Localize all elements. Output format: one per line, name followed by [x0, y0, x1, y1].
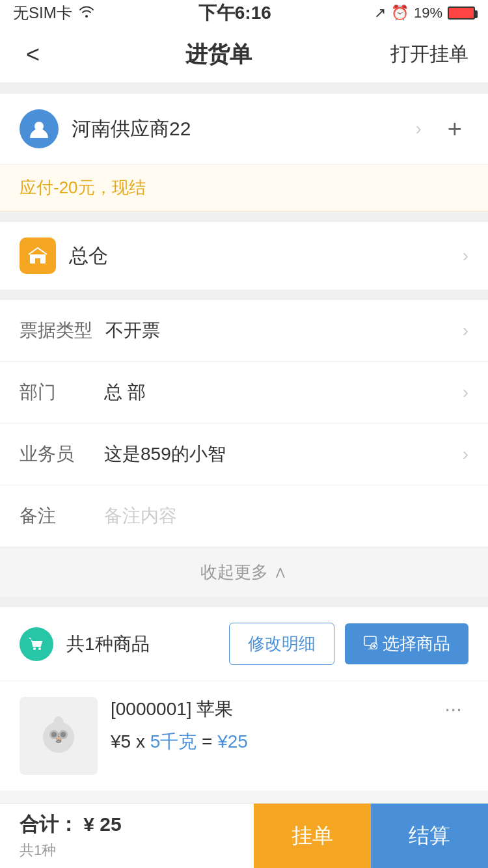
add-supplier-button[interactable]: +	[441, 115, 468, 143]
product-price: ¥5 x 5千克 = ¥25	[111, 729, 438, 754]
location-icon: ↗	[374, 5, 386, 21]
battery-icon	[448, 7, 475, 20]
form-section: 票据类型 不开票 › 部门 总 部 › 业务员 这是859的小智 › 备注 备注…	[0, 300, 488, 597]
svg-rect-2	[35, 258, 40, 264]
status-bar: 无SIM卡 下午6:16 ↗ ⏰ 19%	[0, 0, 488, 26]
supplier-avatar	[20, 109, 59, 148]
product-section: 共1种商品 修改明细 选择商品 🦉	[0, 607, 488, 791]
svg-point-17	[61, 732, 66, 737]
product-info: [0000001] 苹果 ¥5 x 5千克 = ¥25	[111, 697, 438, 754]
battery-percent: 19%	[414, 5, 442, 21]
invoice-arrow-icon: ›	[463, 320, 468, 341]
product-thumbnail: 🦉	[20, 697, 98, 775]
back-button[interactable]: <	[20, 34, 46, 75]
supplier-section: 河南供应商22 › + 应付-20元，现结	[0, 94, 488, 211]
page-title: 进货单	[185, 40, 252, 70]
warehouse-arrow-icon: ›	[463, 245, 468, 266]
product-more-button[interactable]: ···	[438, 697, 468, 721]
remark-input[interactable]: 备注内容	[104, 504, 468, 528]
total-price: ¥25	[217, 731, 248, 752]
collapse-label: 收起更多 ∧	[200, 561, 287, 584]
supplier-arrow-icon: ›	[415, 118, 421, 139]
section-gap-3	[0, 290, 488, 300]
invoice-row[interactable]: 票据类型 不开票 ›	[0, 300, 488, 362]
nav-bar: < 进货单 打开挂单	[0, 26, 488, 83]
status-left: 无SIM卡	[13, 3, 96, 23]
product-item: 🦉 [0000001] 苹果 ¥5 x 5千克 = ¥25	[0, 681, 488, 791]
dept-label: 部门	[20, 380, 91, 405]
select-product-button[interactable]: 选择商品	[345, 623, 468, 664]
staff-label: 业务员	[20, 442, 91, 467]
remark-label: 备注	[20, 504, 91, 528]
select-product-label: 选择商品	[383, 632, 450, 655]
total-amount: 合计： ¥ 25	[20, 811, 234, 838]
status-time: 下午6:16	[198, 1, 271, 25]
wifi-icon	[77, 4, 96, 22]
product-header: 共1种商品 修改明细 选择商品	[0, 607, 488, 681]
warehouse-row[interactable]: 总仓 ›	[0, 222, 488, 290]
unit-price: ¥5	[111, 731, 131, 752]
open-pending-button[interactable]: 打开挂单	[390, 41, 468, 68]
total-label: 合计：	[20, 813, 78, 835]
total-count: 共1种	[20, 841, 234, 860]
hang-button[interactable]: 挂单	[254, 804, 371, 868]
bottom-bar: 合计： ¥ 25 共1种 挂单 结算	[0, 803, 488, 868]
checkout-button[interactable]: 结算	[371, 804, 488, 868]
section-gap-2	[0, 211, 488, 222]
warehouse-icon	[20, 237, 56, 274]
checkout-label: 结算	[409, 822, 450, 850]
svg-point-3	[33, 647, 36, 650]
svg-point-4	[38, 647, 41, 650]
select-product-icon	[363, 634, 377, 654]
total-value: ¥ 25	[83, 813, 121, 835]
product-count-label: 共1种商品	[66, 632, 229, 657]
status-right: ↗ ⏰ 19%	[374, 5, 475, 21]
svg-point-16	[51, 732, 57, 737]
quantity: 5千克	[150, 731, 197, 752]
hang-label: 挂单	[291, 822, 333, 850]
edit-detail-button[interactable]: 修改明细	[229, 623, 334, 665]
signal-text: 无SIM卡	[13, 3, 72, 23]
collapse-button[interactable]: 收起更多 ∧	[0, 547, 488, 597]
product-title: 苹果	[197, 699, 233, 719]
invoice-label: 票据类型	[20, 318, 92, 343]
warehouse-name: 总仓	[69, 243, 463, 269]
product-code: [0000001]	[111, 699, 192, 719]
supplier-notice: 应付-20元，现结	[0, 165, 488, 211]
supplier-name: 河南供应商22	[72, 116, 415, 142]
remark-row[interactable]: 备注 备注内容	[0, 485, 488, 547]
svg-point-12	[53, 716, 64, 729]
dept-arrow-icon: ›	[463, 382, 468, 403]
section-gap-1	[0, 83, 488, 94]
cart-icon	[20, 627, 53, 661]
warehouse-section: 总仓 ›	[0, 222, 488, 290]
product-name: [0000001] 苹果	[111, 697, 438, 722]
supplier-row[interactable]: 河南供应商22 › +	[0, 94, 488, 165]
alarm-icon: ⏰	[391, 5, 409, 21]
staff-value: 这是859的小智	[104, 442, 463, 467]
dept-row[interactable]: 部门 总 部 ›	[0, 362, 488, 424]
staff-row[interactable]: 业务员 这是859的小智 ›	[0, 424, 488, 485]
section-gap-4	[0, 597, 488, 607]
staff-arrow-icon: ›	[463, 444, 468, 465]
invoice-value: 不开票	[105, 318, 463, 343]
dept-value: 总 部	[104, 380, 463, 405]
total-section: 合计： ¥ 25 共1种	[0, 804, 254, 868]
